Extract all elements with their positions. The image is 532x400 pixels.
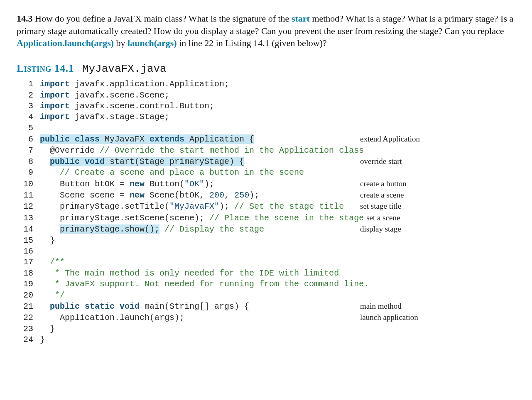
code-content: }: [40, 235, 358, 246]
line-number: 11: [17, 190, 40, 201]
question-kw-start: start: [292, 13, 310, 24]
line-number: 14: [17, 224, 40, 235]
code-content: import javafx.scene.control.Button;: [40, 101, 358, 112]
line-number: 3: [17, 101, 40, 112]
line-number: 9: [17, 167, 40, 178]
code-line: 13 primaryStage.setScene(scene); // Plac…: [17, 212, 515, 224]
listing-header: Listing 14.1 MyJavaFX.java: [17, 61, 515, 76]
code-content: public class MyJavaFX extends Applicatio…: [40, 134, 358, 145]
line-number: 2: [17, 90, 40, 101]
code-content: Button btOK = new Button("OK");: [40, 179, 358, 190]
code-annotation: set a scene: [364, 212, 515, 223]
question-number: 14.3: [17, 13, 33, 24]
code-content: primaryStage.setTitle("MyJavaFX"); // Se…: [40, 201, 358, 212]
code-line: 9 // Create a scene and place a button i…: [17, 167, 515, 178]
code-content: * JavaFX support. Not needed for running…: [40, 279, 369, 290]
line-number: 6: [17, 134, 40, 145]
code-annotation: extend Application: [358, 134, 515, 144]
code-annotation: create a scene: [358, 190, 515, 200]
question-part-6: in line 22 in Listing 14.1 (given below)…: [177, 38, 327, 48]
code-line: 23 }: [17, 324, 515, 334]
code-content: import javafx.stage.Stage;: [40, 112, 358, 122]
code-content: Application.launch(args);: [40, 312, 358, 323]
code-listing: 1import javafx.application.Application;2…: [17, 79, 515, 345]
code-line: 22 Application.launch(args);launch appli…: [17, 312, 515, 323]
code-annotation: launch application: [358, 312, 515, 322]
code-line: 11 Scene scene = new Scene(btOK, 200, 25…: [17, 190, 515, 201]
question-part-4: by: [114, 38, 127, 48]
code-annotation: override start: [358, 156, 515, 166]
line-number: 15: [17, 235, 40, 246]
line-number: 4: [17, 112, 40, 122]
line-number: 1: [17, 79, 40, 90]
line-number: 20: [17, 290, 40, 301]
code-line: 16: [17, 246, 515, 257]
line-number: 21: [17, 301, 40, 312]
question-text: 14.3 How do you define a JavaFX main cla…: [17, 12, 515, 49]
code-content: public void start(Stage primaryStage) {: [40, 156, 358, 167]
line-number: 12: [17, 201, 40, 212]
code-line: 10 Button btOK = new Button("OK");create…: [17, 178, 515, 190]
code-annotation: main method: [358, 301, 515, 311]
code-line: 21 public static void main(String[] args…: [17, 301, 515, 312]
code-content: import javafx.scene.Scene;: [40, 90, 358, 101]
code-content: // Create a scene and place a button in …: [40, 167, 358, 178]
listing-label: Listing 14.1: [17, 62, 74, 74]
code-content: }: [40, 324, 358, 334]
line-number: 8: [17, 156, 40, 167]
code-line: 24}: [17, 334, 515, 345]
code-content: Scene scene = new Scene(btOK, 200, 250);: [40, 190, 358, 201]
code-line: 18 * The main method is only needed for …: [17, 268, 515, 279]
code-line: 4import javafx.stage.Stage;: [17, 112, 515, 122]
code-content: }: [40, 334, 358, 345]
listing-filename: MyJavaFX.java: [82, 63, 167, 75]
code-content: @Override // Override the start method i…: [40, 145, 364, 156]
code-line: 14 primaryStage.show(); // Display the s…: [17, 224, 515, 235]
question-kw-launch-short: launch(args): [127, 38, 177, 48]
code-line: 5: [17, 123, 515, 134]
line-number: 7: [17, 145, 40, 156]
question-part-0: How do you define a JavaFX main class? W…: [33, 13, 292, 24]
code-line: 8 public void start(Stage primaryStage) …: [17, 156, 515, 167]
line-number: 19: [17, 279, 40, 290]
code-line: 12 primaryStage.setTitle("MyJavaFX"); //…: [17, 201, 515, 212]
line-number: 10: [17, 179, 40, 190]
code-content: public static void main(String[] args) {: [40, 301, 358, 312]
line-number: 16: [17, 246, 40, 257]
code-line: 19 * JavaFX support. Not needed for runn…: [17, 279, 515, 290]
code-annotation: set stage title: [358, 201, 515, 211]
code-content: */: [40, 290, 358, 301]
code-line: 17 /**: [17, 257, 515, 268]
code-annotation: create a button: [358, 178, 515, 189]
code-line: 2import javafx.scene.Scene;: [17, 90, 515, 101]
line-number: 18: [17, 268, 40, 279]
question-kw-launch-full: Application.launch(args): [17, 38, 114, 48]
line-number: 23: [17, 324, 40, 334]
code-content: primaryStage.setScene(scene); // Place t…: [40, 213, 364, 224]
line-number: 24: [17, 334, 40, 345]
line-number: 22: [17, 312, 40, 323]
code-content: [40, 246, 358, 257]
code-content: primaryStage.show(); // Display the stag…: [40, 224, 358, 235]
code-line: 1import javafx.application.Application;: [17, 79, 515, 90]
code-line: 7 @Override // Override the start method…: [17, 145, 515, 156]
line-number: 13: [17, 213, 40, 224]
code-line: 15 }: [17, 235, 515, 246]
code-content: /**: [40, 257, 358, 268]
code-content: * The main method is only needed for the…: [40, 268, 358, 279]
code-line: 3import javafx.scene.control.Button;: [17, 101, 515, 112]
code-annotation: display stage: [358, 224, 515, 234]
line-number: 5: [17, 123, 40, 134]
code-content: import javafx.application.Application;: [40, 79, 358, 90]
code-line: 20 */: [17, 290, 515, 301]
line-number: 17: [17, 257, 40, 268]
code-line: 6public class MyJavaFX extends Applicati…: [17, 134, 515, 145]
